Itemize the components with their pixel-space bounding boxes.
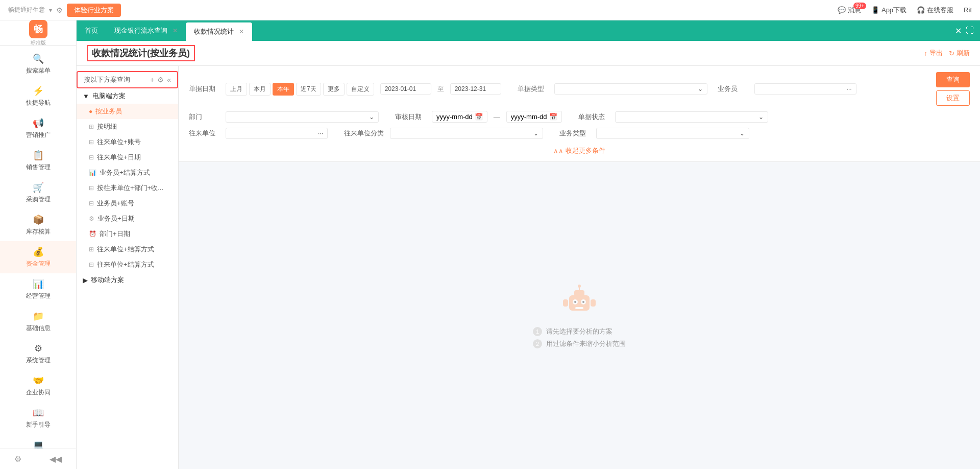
message-icon: 💬 (838, 6, 846, 14)
date-to-input[interactable] (450, 83, 501, 95)
date-btn-custom[interactable]: 自定义 (347, 83, 374, 96)
messages-btn[interactable]: 💬 消息 99+ (838, 6, 861, 15)
svg-rect-1 (574, 290, 584, 296)
user-name[interactable]: Rit (964, 6, 972, 14)
scheme-item-partner-settlement1[interactable]: ⊞ 往来单位+结算方式 (77, 242, 178, 257)
collapse-more-btn[interactable]: ∧∧ 收起更多条件 (553, 146, 605, 155)
partner-more-icon: ··· (318, 130, 323, 137)
guide-icon: 📖 (33, 407, 44, 418)
date-btn-this-year[interactable]: 本年 (273, 83, 294, 96)
app-download-btn[interactable]: 📱 App下载 (871, 6, 906, 15)
sidebar-settings-icon[interactable]: ⚙ (14, 454, 21, 464)
svg-rect-9 (563, 299, 568, 307)
tab-bar: 首页 现金银行流水查询 ✕ 收款情况统计 ✕ ✕ ⛶ (77, 20, 980, 41)
sidebar-item-basic-info[interactable]: 📁 基础信息 (0, 306, 76, 338)
doc-type-select[interactable]: ⌄ (554, 83, 707, 95)
sidebar-item-marketing[interactable]: 📢 营销推广 (0, 112, 76, 145)
dept-select[interactable]: ⌄ (226, 111, 379, 123)
review-date-from[interactable]: yyyy-mm-dd 📅 (432, 111, 487, 123)
online-service-btn[interactable]: 🎧 在线客服 (917, 6, 953, 15)
scheme-icon-pa: ⊟ (89, 138, 94, 146)
collapse-icon: ∧∧ (553, 147, 564, 155)
sidebar-item-system[interactable]: ⚙ 系统管理 (0, 338, 76, 370)
empty-robot-icon (559, 280, 600, 321)
expand-icon: ▼ (83, 92, 89, 100)
date-from-input[interactable] (380, 83, 431, 95)
content-area: 首页 现金银行流水查询 ✕ 收款情况统计 ✕ ✕ ⛶ 收款情况统计(按业务员) … (77, 20, 980, 469)
scheme-group-desktop: ▼ 电脑端方案 ● 按业务员 ⊞ 按明细 ⊟ 往来单位+账号 (77, 88, 178, 272)
scheme-item-by-detail[interactable]: ⊞ 按明细 (77, 119, 178, 134)
page-header-actions: ↑ 导出 ↻ 刷新 (924, 49, 970, 58)
doc-status-select[interactable]: ⌄ (615, 111, 768, 123)
sidebar-item-quicknav[interactable]: ⚡ 快捷导航 (0, 80, 76, 112)
tab-home[interactable]: 首页 (77, 20, 106, 41)
sidebar-item-hardware[interactable]: 💻 智能硬件 (0, 434, 76, 449)
scheme-settings-icon[interactable]: ⚙ (157, 76, 164, 84)
scheme-icon-sa: ⊟ (89, 200, 94, 207)
tab-maximize-icon[interactable]: ⛶ (966, 26, 974, 35)
date-btn-this-month[interactable]: 本月 (249, 83, 271, 96)
settings-button[interactable]: 设置 (936, 90, 970, 106)
tab-close-bank-flow[interactable]: ✕ (173, 27, 178, 34)
edition-label: 标准版 (29, 39, 47, 46)
sidebar-item-search[interactable]: 🔍 搜索菜单 (0, 48, 76, 80)
scheme-item-salesperson-account[interactable]: ⊟ 业务员+账号 (77, 196, 178, 211)
hardware-icon: 💻 (33, 439, 44, 449)
calendar-icon-from: 📅 (475, 113, 483, 121)
tab-close-collection-stats[interactable]: ✕ (239, 28, 244, 35)
logo-icon: 畅 (29, 20, 47, 38)
sidebar-item-inventory[interactable]: 📦 库存核算 (0, 209, 76, 241)
scheme-item-partner-settlement2[interactable]: ⊟ 往来单位+结算方式 (77, 257, 178, 272)
sidebar-item-finance[interactable]: 💰 资金管理 (0, 241, 76, 273)
scheme-icon-dd: ⏰ (89, 230, 96, 238)
review-date-to[interactable]: yyyy-mm-dd 📅 (506, 111, 562, 123)
sidebar-item-sales[interactable]: 📋 销售管理 (0, 145, 76, 177)
sidebar-item-purchase[interactable]: 🛒 采购管理 (0, 177, 76, 209)
enterprise-icon: 🤝 (33, 375, 44, 386)
scheme-group-mobile-title[interactable]: ▶ 移动端方案 (77, 272, 178, 288)
sidebar-item-enterprise-collab[interactable]: 🤝 企业协同 (0, 370, 76, 402)
biz-type-select[interactable]: ⌄ (596, 128, 749, 139)
scheme-icon-detail: ⊞ (89, 123, 94, 130)
sidebar-item-guide[interactable]: 📖 新手引导 (0, 402, 76, 434)
scheme-item-salesperson-date[interactable]: ⚙ 业务员+日期 (77, 211, 178, 226)
scheme-item-partner-date[interactable]: ⊟ 往来单位+日期 (77, 150, 178, 165)
sidebar-item-operations[interactable]: 📊 经营管理 (0, 273, 76, 306)
query-button[interactable]: 查询 (936, 72, 970, 87)
brand-dropdown[interactable]: ▾ (49, 7, 52, 14)
sidebar-collapse-icon[interactable]: ◀◀ (50, 454, 62, 464)
export-button[interactable]: ↑ 导出 (924, 49, 943, 58)
scheme-item-by-salesperson[interactable]: ● 按业务员 (77, 104, 178, 119)
refresh-button[interactable]: ↻ 刷新 (949, 49, 970, 58)
partner-label: 往来单位 (189, 129, 219, 138)
scheme-icon-ps2: ⊟ (89, 261, 94, 268)
date-separator: 至 (437, 84, 444, 93)
salesperson-select[interactable]: ··· (754, 83, 856, 95)
tab-close-all-icon[interactable]: ✕ (955, 26, 962, 36)
tab-bar-actions: ✕ ⛶ (955, 26, 980, 36)
collapse-row: ∧∧ 收起更多条件 (189, 144, 970, 155)
scheme-group-desktop-title[interactable]: ▼ 电脑端方案 (77, 88, 178, 104)
panel-collapse-icon[interactable]: « (167, 76, 171, 84)
settings-icon[interactable]: ⚙ (56, 6, 63, 14)
date-btn-7days[interactable]: 近7天 (296, 83, 321, 96)
empty-step-1: 1 请先选择要分析的方案 (533, 327, 626, 336)
right-content: 单据日期 上月 本月 本年 近7天 更多 自定义 至 单据类型 (179, 66, 980, 469)
filter-row-1: 单据日期 上月 本月 本年 近7天 更多 自定义 至 单据类型 (189, 72, 970, 106)
trial-button[interactable]: 体验行业方案 (67, 4, 121, 17)
doc-type-chevron: ⌄ (698, 85, 703, 92)
quicknav-icon: ⚡ (33, 85, 44, 97)
scheme-item-salesperson-settlement[interactable]: 📊 业务员+结算方式 (77, 165, 178, 180)
scheme-item-partner-dept-collect[interactable]: ⊟ 按往来单位+部门+收... (77, 180, 178, 196)
date-btn-last-month[interactable]: 上月 (226, 83, 247, 96)
scheme-item-dept-date[interactable]: ⏰ 部门+日期 (77, 226, 178, 242)
system-icon: ⚙ (34, 343, 42, 354)
date-btn-more[interactable]: 更多 (323, 83, 345, 96)
scheme-item-partner-account[interactable]: ⊟ 往来单位+账号 (77, 134, 178, 150)
partner-select[interactable]: ··· (226, 128, 328, 139)
partner-class-select[interactable]: ⌄ (390, 128, 543, 139)
add-scheme-icon[interactable]: + (150, 76, 154, 84)
panel-title: 按以下方案查询 (84, 75, 130, 84)
tab-bank-flow[interactable]: 现金银行流水查询 ✕ (106, 20, 186, 41)
tab-collection-stats[interactable]: 收款情况统计 ✕ (186, 22, 252, 41)
